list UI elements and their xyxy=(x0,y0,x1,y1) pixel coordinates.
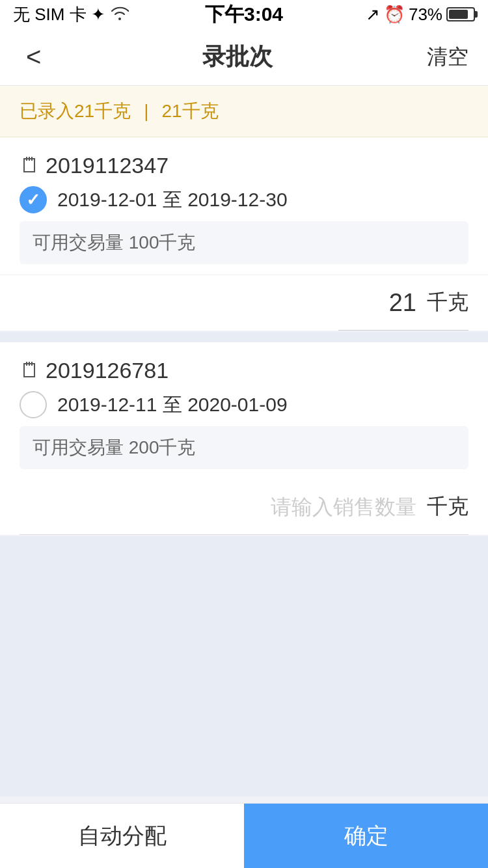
quantity-unit-1: 千克 xyxy=(427,288,468,317)
section-divider xyxy=(0,332,488,342)
item-id-2: 2019126781 xyxy=(46,358,169,383)
item-card-2: 🗒 2019126781 2019-12-11 至 2020-01-09 可用交… xyxy=(0,342,488,535)
item-header-1: 🗒 2019112347 xyxy=(0,137,488,183)
item-date-2: 2019-12-11 至 2020-01-09 xyxy=(57,392,288,418)
quantity-underline-1 xyxy=(338,330,468,331)
location-icon: ↗ xyxy=(366,5,380,25)
item-card-1: 🗒 2019112347 2019-12-01 至 2019-12-30 可用交… xyxy=(0,137,488,331)
item-date-1: 2019-12-01 至 2019-12-30 xyxy=(57,187,288,213)
item-date-row-1[interactable]: 2019-12-01 至 2019-12-30 xyxy=(0,183,488,221)
quantity-row-1: 21 千克 xyxy=(0,275,488,330)
input-unit-2: 千克 xyxy=(427,493,468,521)
nav-bar: < 录批次 清空 xyxy=(0,29,488,86)
summary-value: 21千克 xyxy=(161,99,218,124)
doc-icon-1: 🗒 xyxy=(20,154,40,178)
summary-entered-label: 已录入21千克 xyxy=(20,99,131,124)
input-row-2: 千克 xyxy=(0,480,488,534)
doc-icon-2: 🗒 xyxy=(20,359,40,383)
sim-label: 无 SIM 卡 ✦ xyxy=(13,3,105,26)
item-id-1: 2019112347 xyxy=(46,153,169,178)
status-bar-time: 下午3:04 xyxy=(205,1,283,28)
content: 🗒 2019112347 2019-12-01 至 2019-12-30 可用交… xyxy=(0,137,488,861)
radio-btn-1[interactable] xyxy=(20,186,47,213)
auto-distribute-button[interactable]: 自动分配 xyxy=(0,804,244,868)
input-underline-2 xyxy=(20,534,468,535)
summary-bar: 已录入21千克 | 21千克 xyxy=(0,86,488,137)
page-title: 录批次 xyxy=(202,41,273,73)
status-bar-right: ↗ ⏰ 73% xyxy=(366,5,475,25)
status-bar-left: 无 SIM 卡 ✦ xyxy=(13,3,129,26)
item-header-2: 🗒 2019126781 xyxy=(0,342,488,388)
clear-button[interactable]: 清空 xyxy=(427,43,468,72)
empty-area xyxy=(0,536,488,796)
confirm-button[interactable]: 确定 xyxy=(244,804,488,868)
item-availability-2: 可用交易量 200千克 xyxy=(20,426,468,469)
radio-btn-2[interactable] xyxy=(20,391,47,418)
item-availability-1: 可用交易量 100千克 xyxy=(20,221,468,264)
summary-divider: | xyxy=(144,101,148,122)
alarm-icon: ⏰ xyxy=(384,5,405,25)
wifi-icon xyxy=(111,5,129,25)
quantity-value-1: 21 xyxy=(389,289,416,317)
back-button[interactable]: < xyxy=(20,36,47,78)
item-date-row-2[interactable]: 2019-12-11 至 2020-01-09 xyxy=(0,388,488,426)
battery-icon xyxy=(446,7,475,21)
bottom-bar: 自动分配 确定 xyxy=(0,803,488,868)
battery-percent: 73% xyxy=(409,5,442,25)
status-bar: 无 SIM 卡 ✦ 下午3:04 ↗ ⏰ 73% xyxy=(0,0,488,29)
quantity-input-2[interactable] xyxy=(221,495,416,519)
